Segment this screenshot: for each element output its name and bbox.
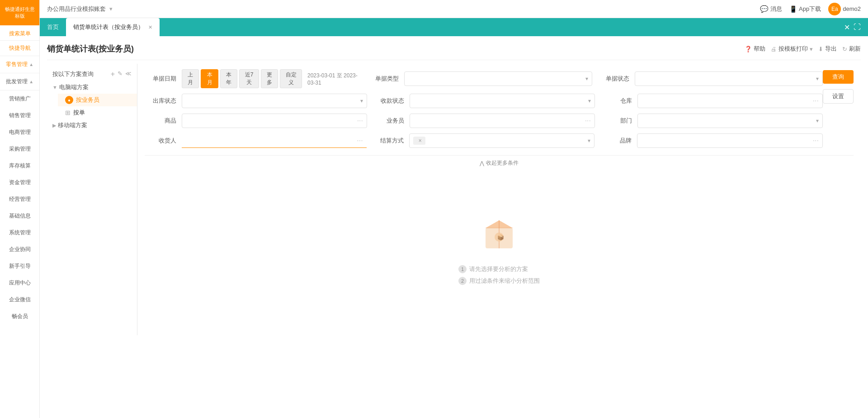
warehouse-field[interactable]: ···: [637, 94, 823, 108]
page-title: 销货单统计表(按业务员): [47, 43, 134, 54]
message-icon: 💬: [760, 5, 769, 13]
out-status-field[interactable]: ▾: [182, 94, 367, 108]
date-range: 2023-03-01 至 2023-03-31: [307, 72, 362, 86]
warehouse-dots: ···: [813, 97, 819, 105]
right-panel: 单据日期 上月 本月 本年 近7天 更多 自定义 2023-03-01 至 20…: [137, 64, 861, 335]
empty-illustration: 📦: [476, 212, 522, 254]
sidebar-item-operation[interactable]: 经营管理: [0, 191, 39, 208]
message-btn[interactable]: 💬 消息: [760, 5, 782, 13]
tree-children-pc: ● 按业务员 ⊞ 按单: [47, 94, 137, 119]
scheme-by-order-icon: ⊞: [65, 109, 71, 116]
goods-label: 商品: [145, 117, 176, 125]
goods-field[interactable]: ···: [182, 114, 367, 128]
empty-state: 📦 1 请先选择要分析的方案 2 用过滤条件来缩小分析范围: [137, 176, 861, 323]
tree-item-by-order[interactable]: ⊞ 按单: [58, 106, 137, 119]
tab-home[interactable]: 首页: [40, 18, 66, 36]
empty-tips: 1 请先选择要分析的方案 2 用过滤条件来缩小分析范围: [458, 263, 540, 287]
avatar: Ea: [828, 3, 841, 15]
receipt-status-label: 收款状态: [373, 97, 404, 105]
filter-area: 单据日期 上月 本月 本年 近7天 更多 自定义 2023-03-01 至 20…: [137, 64, 861, 176]
query-button[interactable]: 查询: [823, 70, 854, 84]
maximize-icon[interactable]: ⛶: [854, 23, 861, 32]
sidebar-search[interactable]: 搜索菜单: [0, 25, 39, 41]
date-btn-more[interactable]: 更多: [261, 69, 278, 88]
close-window-icon[interactable]: ✕: [844, 23, 850, 32]
salesperson-dots: ···: [585, 117, 591, 125]
refresh-btn[interactable]: ↻ 刷新: [842, 45, 861, 53]
tree-item-by-salesperson[interactable]: ● 按业务员: [58, 94, 137, 106]
sidebar-item-finance[interactable]: 资金管理: [0, 174, 39, 191]
collapse-button[interactable]: ⋀ 收起更多条件: [480, 159, 519, 167]
tip-num-1: 1: [458, 265, 467, 273]
sidebar-item-marketing[interactable]: 营销推广: [0, 90, 39, 107]
sidebar-item-vip[interactable]: 畅会员: [0, 308, 39, 325]
sidebar-quicknav[interactable]: 快捷导航: [0, 41, 39, 56]
salesperson-label: 业务员: [373, 117, 404, 125]
receiver-field[interactable]: ···: [182, 133, 367, 148]
edit-scheme-icon[interactable]: ✎: [118, 70, 123, 78]
help-icon: ❓: [745, 46, 752, 52]
settings-button[interactable]: 设置: [823, 89, 854, 104]
dropdown-icon[interactable]: ▾: [109, 5, 113, 12]
scheme-badge: ●: [65, 96, 73, 104]
sidebar-item-corp[interactable]: 企业协同: [0, 241, 39, 258]
payment-tag-close[interactable]: ×: [419, 138, 422, 144]
date-btn-7days[interactable]: 近7天: [239, 69, 259, 88]
sidebar-item-ecom[interactable]: 电商管理: [0, 124, 39, 141]
sidebar-item-appstore[interactable]: 应用中心: [0, 275, 39, 291]
receipt-status-arrow: ▾: [588, 98, 591, 104]
tab-sales-stat[interactable]: 销货单统计表（按业务员） ✕: [66, 18, 160, 36]
brand-field[interactable]: ···: [637, 133, 823, 148]
receiver-dots: ···: [357, 137, 363, 145]
date-btn-custom[interactable]: 自定义: [280, 69, 302, 88]
topbar: 办公用品行业模拟账套 ▾ 💬 消息 📱 App下载 Ea demo2: [40, 0, 868, 18]
content-inner: 销货单统计表(按业务员) ❓ 帮助 🖨 按模板打印 ▾ ⬇ 导出: [40, 36, 868, 418]
payment-field[interactable]: × ▾: [409, 133, 595, 148]
salesperson-field[interactable]: ···: [410, 114, 595, 128]
sidebar-item-basic[interactable]: 基础信息: [0, 208, 39, 224]
sidebar-item-retail[interactable]: 零售管理 ▲: [0, 56, 39, 73]
sidebar-item-newbie[interactable]: 新手引导: [0, 258, 39, 275]
brand-dots: ···: [813, 137, 819, 145]
tree-arrow-pc: ▼: [52, 85, 57, 90]
sidebar-item-wechat[interactable]: 企业微信: [0, 291, 39, 308]
date-btn-last-month[interactable]: 上月: [182, 69, 199, 88]
export-btn[interactable]: ⬇ 导出: [818, 45, 837, 53]
doc-type-field[interactable]: ▾: [404, 71, 592, 86]
download-icon: 📱: [789, 5, 797, 13]
receipt-status-field[interactable]: ▾: [410, 94, 595, 108]
filter-row-4: 收货人 ··· 结算方式 ×: [145, 133, 823, 148]
date-btn-this-year[interactable]: 本年: [220, 69, 237, 88]
panel-header: 按以下方案查询 + ✎ ≪: [47, 67, 137, 81]
filter-row-2: 出库状态 ▾ 收款状态 ▾: [145, 94, 823, 108]
sidebar-item-purchase[interactable]: 采购管理: [0, 141, 39, 157]
add-scheme-icon[interactable]: +: [111, 70, 115, 78]
tree-section-pc[interactable]: ▼ 电脑端方案: [47, 81, 137, 94]
sidebar: 畅捷通好生意 标版 搜索菜单 快捷导航 零售管理 ▲ 批发管理 ▲ 营销推广 销…: [0, 0, 40, 418]
sidebar-item-wholesale[interactable]: 批发管理 ▲: [0, 73, 39, 90]
content: 销货单统计表(按业务员) ❓ 帮助 🖨 按模板打印 ▾ ⬇ 导出: [40, 36, 868, 418]
sidebar-item-inventory[interactable]: 库存核算: [0, 157, 39, 174]
topbar-right: 💬 消息 📱 App下载 Ea demo2: [760, 3, 861, 15]
divider: [47, 60, 861, 60]
template-print-btn[interactable]: 🖨 按模板打印 ▾: [771, 45, 813, 53]
doc-status-label: 单据状态: [598, 75, 629, 83]
print-icon: 🖨: [771, 46, 777, 52]
sidebar-item-sales[interactable]: 销售管理: [0, 107, 39, 124]
app-download-btn[interactable]: 📱 App下载: [789, 5, 821, 13]
collapse-icon: ⋀: [480, 160, 484, 166]
dept-field[interactable]: ▾: [637, 114, 823, 128]
filter-row-1: 单据日期 上月 本月 本年 近7天 更多 自定义 2023-03-01 至 20…: [145, 69, 823, 88]
collapse-panel-icon[interactable]: ≪: [125, 70, 132, 78]
export-icon: ⬇: [818, 46, 823, 52]
doc-status-field[interactable]: ▾: [635, 71, 823, 86]
help-btn[interactable]: ❓ 帮助: [745, 45, 765, 53]
tree-section-mobile[interactable]: ▶ 移动端方案: [47, 119, 137, 132]
payment-label: 结算方式: [372, 137, 404, 145]
user-area[interactable]: Ea demo2: [828, 3, 861, 15]
sidebar-item-system[interactable]: 系统管理: [0, 224, 39, 241]
date-btn-this-month[interactable]: 本月: [201, 69, 218, 88]
tab-close-icon[interactable]: ✕: [148, 24, 152, 30]
tip-num-2: 2: [458, 277, 467, 285]
logo-text: 畅捷通好生意 标版: [5, 6, 35, 20]
